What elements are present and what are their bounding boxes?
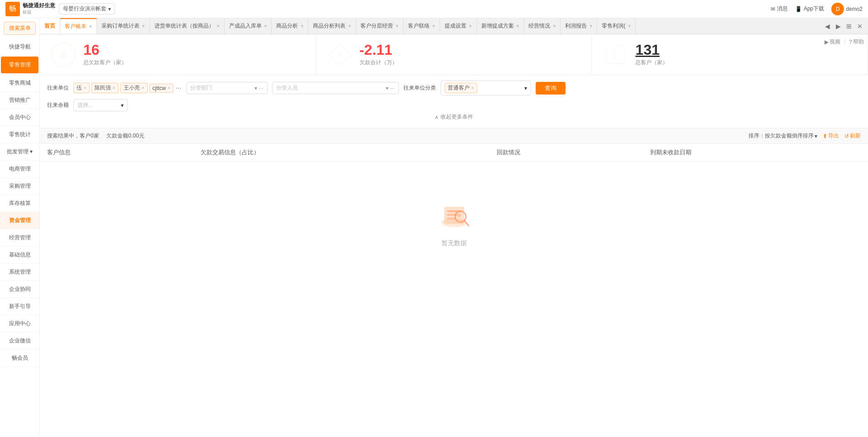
account-selector[interactable]: 母婴行业演示帐套 ▾ (59, 3, 115, 14)
chevron-down-icon: ▾ (121, 102, 124, 109)
person-select[interactable]: 分管人员 ▾ ··· (272, 82, 399, 94)
filter-tag-2: 王小亮 × (120, 83, 148, 93)
tab-close-all-button[interactable]: ✕ (855, 22, 864, 31)
filter-tag-close-2[interactable]: × (142, 86, 144, 90)
tab-customer-tier[interactable]: 客户分层经营 × (356, 18, 403, 34)
top-bar-right: ✉ 消息 📱 App下载 D demo2 (771, 3, 863, 15)
sidebar-search-section: 搜索菜单 (0, 18, 39, 38)
tab-close-icon[interactable]: × (553, 24, 556, 28)
sidebar-item-quick-nav[interactable]: 快捷导航 (0, 38, 39, 56)
tab-close-icon[interactable]: × (517, 24, 519, 28)
building-icon (603, 42, 628, 67)
filter-tag-0: 伍 × (73, 83, 90, 93)
video-button[interactable]: ▶ 视频 (825, 38, 840, 46)
sidebar-item-base-info[interactable]: 基础信息 (0, 247, 39, 264)
sidebar-item-wechat[interactable]: 企业微信 (0, 332, 39, 350)
sidebar-item-purchase[interactable]: 采购管理 (0, 178, 39, 195)
tab-bar-end: ◀ ▶ ⊞ ✕ (823, 22, 868, 31)
filter-tag-close-3[interactable]: × (168, 86, 171, 90)
messages-button[interactable]: ✉ 消息 (771, 5, 788, 13)
tab-close-icon[interactable]: × (89, 24, 92, 29)
stat-value-total: 131 (635, 43, 668, 57)
stat-card-actions: ▶ 视频 | ? 帮助 (825, 38, 864, 46)
tab-purchase-stats[interactable]: 进货单统计表（按商品） × (150, 18, 225, 34)
tab-profit-report[interactable]: 利润报告 × (561, 18, 597, 34)
stat-value-customers: 16 (83, 43, 127, 57)
query-button[interactable]: 查询 (536, 82, 566, 95)
balance-input[interactable]: 选择... ▾ (73, 99, 128, 111)
tab-retail-profit[interactable]: 零售利润( × (597, 18, 636, 34)
tab-close-icon[interactable]: × (348, 24, 351, 28)
filter-tag-close-1[interactable]: × (113, 86, 115, 90)
tab-close-icon[interactable]: × (590, 24, 592, 28)
unit-filter-label: 往来单位 (47, 84, 69, 92)
filter-more-button[interactable]: ··· (175, 84, 181, 92)
sidebar-item-ecommerce[interactable]: 电商管理 (0, 161, 39, 178)
unit-class-label: 往来单位分类 (403, 84, 436, 92)
tab-close-icon[interactable]: × (217, 24, 220, 28)
tab-operations[interactable]: 经营情况 × (524, 18, 561, 34)
refresh-icon: ↺ (844, 133, 849, 139)
sidebar-item-enterprise[interactable]: 企业协同 (0, 281, 39, 298)
logo-text-block: 畅捷通好生意 标版 (23, 2, 55, 15)
stat-card-amount: ✦ -2.11 欠款合计（万） (316, 34, 592, 75)
sidebar-item-system[interactable]: 系统管理 (0, 264, 39, 281)
unit-class-select[interactable]: 普通客户 × ▾ (441, 81, 531, 95)
chevron-down-icon: ▾ (108, 6, 111, 12)
app-download-button[interactable]: 📱 App下载 (795, 5, 824, 13)
tab-close-icon[interactable]: × (142, 24, 145, 28)
export-button[interactable]: ⬆ 导出 (823, 132, 839, 140)
tab-close-icon[interactable]: × (264, 24, 267, 28)
tab-prev-button[interactable]: ◀ (823, 22, 832, 31)
logo-area: 畅 畅捷通好生意 标版 (5, 2, 55, 16)
tab-home[interactable]: 首页 (40, 18, 60, 34)
dept-select[interactable]: 分管部门 ▾ ··· (186, 82, 268, 94)
tab-customer-ledger[interactable]: 客户账本 × (60, 18, 97, 34)
refresh-button[interactable]: ↺ 刷新 (844, 132, 861, 140)
balance-label: 往来余额 (47, 101, 69, 109)
user-menu[interactable]: D demo2 (831, 3, 863, 15)
sidebar: 搜索菜单 快捷导航 零售管理 零售商城 营销推广 会员中心 零售统计 批发管理 … (0, 18, 40, 437)
tab-close-icon[interactable]: × (301, 24, 303, 28)
top-bar: 畅 畅捷通好生意 标版 母婴行业演示帐套 ▾ ✉ 消息 📱 App下载 D de… (0, 0, 868, 18)
tab-close-icon[interactable]: × (469, 24, 472, 28)
help-button[interactable]: ? 帮助 (849, 38, 864, 46)
sidebar-item-marketing[interactable]: 营销推广 (0, 92, 39, 109)
sort-select[interactable]: 排序：按欠款金额倒序排序 ▾ (748, 132, 817, 140)
tab-add-commission[interactable]: 新增提成方案 × (477, 18, 524, 34)
sidebar-item-wholesale[interactable]: 批发管理 ▾ (0, 143, 39, 161)
sidebar-item-inventory[interactable]: 库存核算 (0, 195, 39, 212)
search-menu-button[interactable]: 搜索菜单 (4, 22, 36, 35)
tab-close-icon[interactable]: × (432, 24, 435, 28)
stat-label-total: 总客户（家） (635, 59, 668, 66)
sidebar-item-finance[interactable]: 资金管理 (0, 212, 39, 229)
sidebar-item-retail-stats[interactable]: 零售统计 (0, 126, 39, 143)
tab-next-button[interactable]: ▶ (834, 22, 843, 31)
sidebar-item-chang-member[interactable]: 畅会员 (0, 350, 39, 367)
tab-finished-goods[interactable]: 产成品入库单 × (225, 18, 272, 34)
sidebar-item-newbie[interactable]: 新手引导 (0, 298, 39, 315)
tab-commission-settings[interactable]: 提成设置 × (440, 18, 477, 34)
tab-close-icon[interactable]: × (396, 24, 398, 28)
tab-product-analysis[interactable]: 商品分析 × (272, 18, 308, 34)
sidebar-item-member[interactable]: 会员中心 (0, 109, 39, 126)
logo-icon: 畅 (5, 2, 20, 16)
tab-customer-contact[interactable]: 客户联络 × (403, 18, 440, 34)
filter-area: 往来单位 伍 × 陈民强 × 王小亮 × (40, 75, 868, 128)
tab-product-analysis-list[interactable]: 商品分析列表 × (308, 18, 356, 34)
filter-tag-close-0[interactable]: × (84, 86, 86, 90)
data-table: 客户信息 欠款交易信息（占比） 回款情况 到期未收款日期 (40, 144, 868, 162)
sidebar-item-retail[interactable]: 零售管理 (1, 57, 38, 74)
tab-close-icon[interactable]: × (628, 24, 631, 28)
sidebar-item-operations[interactable]: 经营管理 (0, 229, 39, 247)
logo-text: 畅捷通好生意 (23, 2, 55, 9)
svg-text:¥: ¥ (60, 49, 67, 61)
filter-tag-1: 陈民强 × (91, 83, 119, 93)
tab-expand-button[interactable]: ⊞ (844, 22, 854, 31)
collapse-button[interactable]: ∧ 收起更多条件 (431, 113, 477, 121)
unit-class-tag-close[interactable]: × (471, 86, 474, 90)
sidebar-item-app-center[interactable]: 应用中心 (0, 315, 39, 332)
sidebar-item-mall[interactable]: 零售商城 (0, 75, 39, 92)
stat-label-customers: 总欠款客户（家） (83, 59, 127, 66)
tab-purchase-order[interactable]: 采购订单统计表 × (97, 18, 150, 34)
